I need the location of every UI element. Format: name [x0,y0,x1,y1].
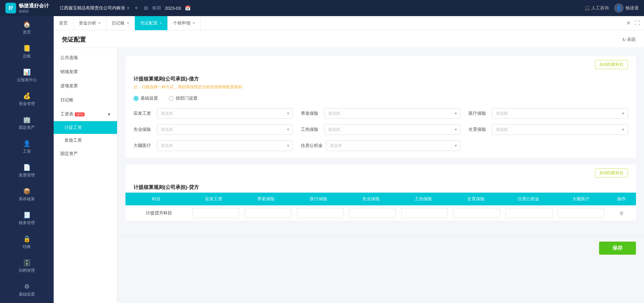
fixed-icon: 🏢 [23,116,31,123]
select-gongjijin[interactable]: 请选择 ▾ [326,140,460,151]
left-menu-salary-table[interactable]: 工资表NEW ▾ [54,107,117,121]
tab-fund-close[interactable]: × [98,21,101,26]
salary-icon: 👤 [23,140,31,147]
label-yanglao: 养老保险 [301,110,321,116]
tab-home[interactable]: 首页 [54,16,73,30]
table-row: 计提贷方科目 🗑 [125,205,636,221]
input-daeyiliao[interactable] [558,208,605,218]
cell-yiliao[interactable] [294,205,346,221]
fund-icon: 💰 [23,92,31,100]
radio-basic-circle [133,96,139,101]
select-gongshang[interactable]: 请选择 ▾ [324,124,460,135]
select-yingfa-arrow: ▾ [287,111,289,116]
left-menu-calc-salary[interactable]: 计提工资 [54,121,117,134]
sidebar-item-fund[interactable]: 💰 资金管理 [0,88,54,111]
label-gongjijin: 住房公积金 [301,143,323,149]
cell-yingfa[interactable] [190,205,242,221]
left-menu-diary[interactable]: 日记账 [54,93,117,107]
sidebar-item-archive[interactable]: 🗄️ 归档管理 [0,254,54,278]
cell-gongshang[interactable] [398,205,451,221]
label-yingfa: 应发工资 [133,110,154,116]
sidebar-item-salary[interactable]: 👤 工资 [0,135,54,159]
calendar-icon[interactable]: 📅 [185,5,191,11]
settings-icon[interactable]: ⚙ [144,5,148,11]
delete-row-icon[interactable]: 🗑 [619,210,624,216]
sidebar-item-fixed[interactable]: 🏢 固定资产 [0,111,54,135]
select-yiliao[interactable]: 请选择 ▾ [492,108,628,119]
sidebar-item-ledger[interactable]: 📒 总账 [0,40,54,64]
left-menu-public[interactable]: 公共选项 [54,51,117,65]
top-bar-right: 🎧 人工咨询 👤 畅捷通 [585,3,639,13]
col-shiye-header: 失业保险 [345,193,397,205]
sidebar-item-reports[interactable]: 📊 云报表中心 [0,64,54,88]
sidebar-item-tax[interactable]: 🧾 税务管理 [0,207,54,231]
tab-tax-close[interactable]: × [193,21,195,26]
tab-voucher[interactable]: 凭证配置 × [135,16,168,30]
label-daeyiliao: 大额医疗 [133,143,154,149]
select-gongshang-placeholder: 请选择 [328,127,340,133]
sidebar-item-stock[interactable]: 📦 库存核算 [0,183,54,207]
tab-expand-icon[interactable]: ⛶ [635,20,640,26]
left-menu-pay-salary[interactable]: 发放工资 [54,134,117,147]
credit-table: 科目 应发工资 养老保险 医疗保险 失业保险 工伤保险 生育保险 住房公积金 大… [125,193,636,221]
input-gongshang[interactable] [401,208,448,218]
cell-shengyu[interactable] [450,205,503,221]
debit-auto-match-button[interactable]: 自动匹配科目 [595,60,628,69]
cell-daeyiliao[interactable] [555,205,607,221]
select-daeyiliao[interactable]: 请选择 ▾ [157,140,293,151]
input-yingfa[interactable] [193,208,239,218]
sidebar-item-home[interactable]: 🏠 首页 [0,16,54,40]
input-gongjijin[interactable] [505,208,552,218]
period-value[interactable]: 2023-03 [165,6,181,11]
tab-tax[interactable]: 个税申报 × [168,16,201,30]
tab-tax-label: 个税申报 [173,20,191,26]
field-yingfa: 应发工资 请选择 ▾ [133,108,293,119]
select-yingfa[interactable]: 请选择 ▾ [157,108,293,119]
select-shengyu[interactable]: 请选择 ▾ [492,124,628,135]
input-yanglao[interactable] [245,208,291,218]
credit-auto-match-button[interactable]: 自动匹配科目 [595,168,628,178]
new-badge: NEW [75,112,85,116]
tab-close-all-icon[interactable]: ✕ [626,20,631,26]
sidebar-item-invoice[interactable]: 📄 发票管理 [0,159,54,183]
input-shengyu[interactable] [453,208,500,218]
table-header: 科目 应发工资 养老保险 医疗保险 失业保险 工伤保险 生育保险 住房公积金 大… [125,193,636,205]
content-area: 首页 资金分析 × 日记账 × 凭证配置 × 个税申报 × ✕ ⛶ [54,16,644,303]
cell-shiye[interactable] [346,205,398,221]
period-label: 账期 [152,5,161,11]
tab-fund[interactable]: 资金分析 × [73,16,106,30]
user-area[interactable]: 👤 畅捷通 [614,3,639,13]
tab-diary-close[interactable]: × [127,21,129,26]
left-menu-sales[interactable]: 销项发票 [54,65,117,79]
cell-gongjijin[interactable] [503,205,555,221]
sidebar-item-close[interactable]: 🔒 结账 [0,231,54,254]
save-bar: 保存 [117,236,644,260]
home-icon: 🏠 [23,21,31,28]
sidebar-item-settings[interactable]: ⚙ 基础设置 [0,278,54,302]
add-account-button[interactable]: + [133,5,140,12]
sidebar-label-fixed: 固定资产 [19,125,35,131]
select-shiye[interactable]: 请选择 ▾ [157,124,293,135]
company-selector[interactable]: 江西服宝精品有限责任公司内账张 ▾ [60,5,129,11]
headset-icon: 🎧 [585,6,590,11]
radio-dept[interactable]: 按部门设置 [169,95,198,101]
tab-voucher-close[interactable]: × [160,21,162,26]
refresh-button[interactable]: ↻ 刷新 [622,37,636,43]
field-yiliao: 医疗保险 请选择 ▾ [469,108,628,119]
select-yanglao[interactable]: 请选择 ▾ [324,108,460,119]
left-menu-purchase[interactable]: 进项发票 [54,79,117,93]
left-menu-fixed-assets[interactable]: 固定资产 [54,147,117,161]
tab-fund-label: 资金分析 [79,20,96,26]
save-button[interactable]: 保存 [599,242,636,255]
cell-yanglao[interactable] [242,205,294,221]
support-button[interactable]: 🎧 人工咨询 [585,5,609,11]
tab-diary[interactable]: 日记账 × [106,16,135,30]
input-yiliao[interactable] [297,208,344,218]
cell-op[interactable]: 🗑 [607,208,636,218]
app-name: 畅捷通好会计 [19,3,49,8]
radio-basic[interactable]: 基础设置 [133,95,158,101]
tab-bar-actions: ✕ ⛶ [622,20,644,26]
right-content: 自动匹配科目 计提核算规则(公司承担)-借方 注：只能选择一种方式，系统将按照您… [117,48,644,236]
sidebar-label-invoice: 发票管理 [19,172,35,178]
input-shiye[interactable] [349,208,396,218]
